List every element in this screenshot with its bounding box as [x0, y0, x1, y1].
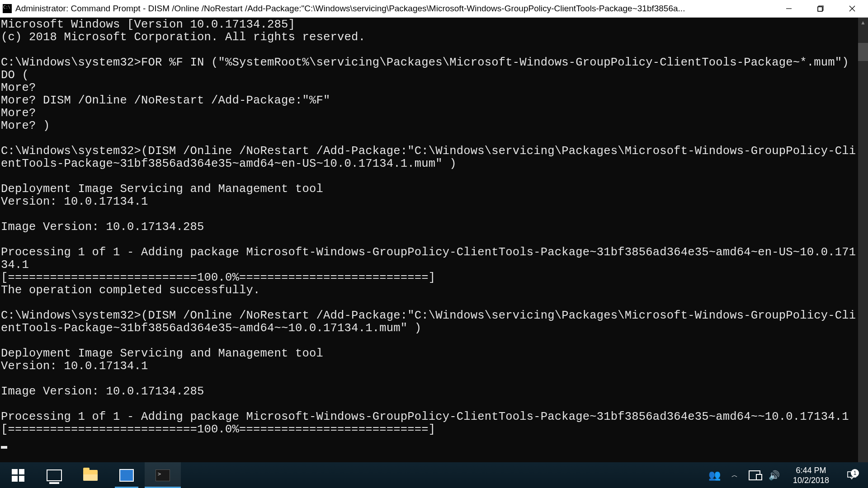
file-explorer-button[interactable]	[72, 462, 108, 488]
minimize-button[interactable]	[773, 0, 805, 17]
close-button[interactable]	[836, 0, 868, 17]
tray-overflow-button[interactable]: ︿	[729, 462, 741, 488]
command-prompt-window: Administrator: Command Prompt - DISM /On…	[0, 0, 868, 488]
clock-time: 6:44 PM	[793, 465, 829, 475]
scroll-thumb[interactable]	[858, 43, 868, 61]
speaker-icon: 🔊	[769, 470, 780, 481]
console-output[interactable]: Microsoft Windows [Version 10.0.17134.28…	[0, 18, 858, 488]
people-button[interactable]: 👥	[709, 462, 721, 488]
cursor	[1, 446, 7, 449]
vertical-scrollbar[interactable]: ▲ ▼	[858, 18, 868, 488]
volume-button[interactable]: 🔊	[769, 462, 780, 488]
system-tray: 👥 ︿ 🔊 6:44 PM 10/2/2018 1	[704, 462, 868, 488]
app-icon	[119, 469, 134, 482]
notification-badge: 1	[851, 469, 859, 477]
task-view-icon	[47, 469, 62, 481]
terminal-icon	[156, 469, 170, 481]
cmd-icon	[3, 4, 12, 13]
close-icon	[849, 5, 855, 12]
window-controls	[773, 0, 868, 17]
people-icon: 👥	[708, 469, 721, 481]
minimize-icon	[786, 5, 792, 12]
clock[interactable]: 6:44 PM 10/2/2018	[788, 465, 834, 485]
windows-logo-icon	[12, 469, 24, 482]
scroll-up-arrow-icon[interactable]: ▲	[858, 18, 868, 28]
maximize-icon	[817, 5, 824, 12]
console-body: Microsoft Windows [Version 10.0.17134.28…	[0, 18, 868, 488]
taskbar-spacer	[181, 462, 704, 488]
network-button[interactable]	[749, 462, 760, 488]
action-center-button[interactable]: 1	[842, 470, 862, 481]
maximize-button[interactable]	[805, 0, 836, 17]
task-view-button[interactable]	[36, 462, 72, 488]
chevron-up-icon: ︿	[731, 471, 738, 479]
titlebar[interactable]: Administrator: Command Prompt - DISM /On…	[0, 0, 868, 18]
taskbar-app-1[interactable]	[108, 462, 145, 488]
window-title: Administrator: Command Prompt - DISM /On…	[15, 4, 773, 14]
svg-rect-2	[818, 7, 822, 11]
taskbar: 👥 ︿ 🔊 6:44 PM 10/2/2018 1	[0, 462, 868, 488]
taskbar-command-prompt[interactable]	[145, 462, 181, 488]
folder-icon	[83, 470, 98, 481]
clock-date: 10/2/2018	[793, 475, 829, 485]
start-button[interactable]	[0, 462, 36, 488]
network-icon	[749, 470, 760, 480]
